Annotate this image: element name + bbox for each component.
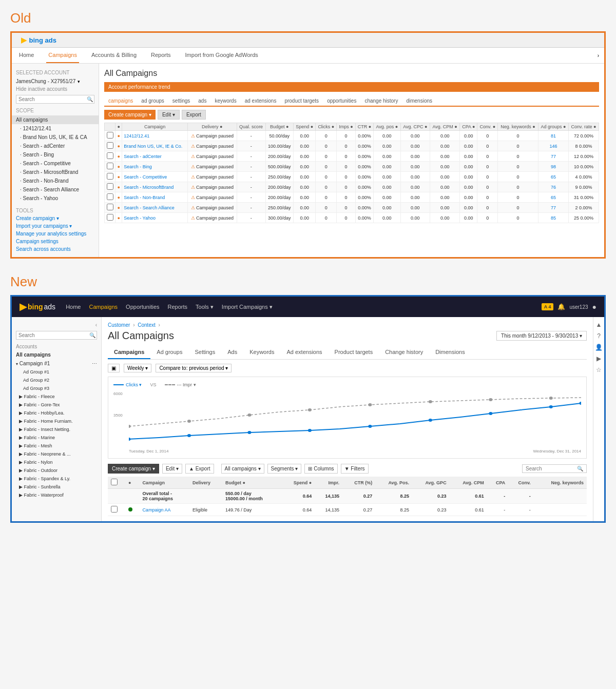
new-fabric-waterproof[interactable]: ▶ Fabric - Waterproof <box>12 491 101 499</box>
old-tab-adgroups[interactable]: ad groups <box>137 96 168 106</box>
legend-impr[interactable]: --- Impr ▾ <box>165 382 196 387</box>
new-search-icon[interactable]: 🔍 <box>88 331 97 339</box>
new-tab-keywords[interactable]: Keywords <box>243 346 280 359</box>
new-tab-settings[interactable]: Settings <box>188 346 221 359</box>
new-nav-reports[interactable]: Reports <box>168 302 188 312</box>
campaign-aa-link[interactable]: Campaign AA <box>142 507 170 513</box>
new-columns-btn[interactable]: ⊞ Columns <box>304 464 337 474</box>
old-tab-settings[interactable]: settings <box>168 96 194 106</box>
old-all-campaigns[interactable]: All campaigns <box>12 115 99 124</box>
row-checkbox[interactable] <box>107 183 113 190</box>
old-nav-billing[interactable]: Accounts & Billing <box>89 48 139 63</box>
old-nav-reports[interactable]: Reports <box>149 48 173 63</box>
old-tab-dimensions[interactable]: dimensions <box>402 96 436 106</box>
right-play-icon[interactable]: ▶ <box>596 355 601 362</box>
old-campaign-2[interactable]: · Brand Non US, UK, IE & CA <box>12 133 99 142</box>
right-users-icon[interactable]: 👤 <box>595 344 603 351</box>
new-fabric-insect[interactable]: ▶ Fabric - Insect Netting. <box>12 425 101 434</box>
old-campaign-9[interactable]: · Search - Yahoo <box>12 194 99 203</box>
old-campaign-5[interactable]: · Search - Competitive <box>12 159 99 168</box>
new-tab-extensions[interactable]: Ad extensions <box>280 346 328 359</box>
new-date-picker[interactable]: This month 9/12/2013 - 9/30/2013 ▾ <box>496 331 587 341</box>
new-fabric-marine[interactable]: ▶ Fabric - Marine <box>12 434 101 442</box>
chart-compare-select[interactable]: Compare to: previous period ▾ <box>156 364 232 372</box>
new-adgroup-3[interactable]: Ad Group #3 <box>12 384 101 392</box>
row-checkbox[interactable] <box>107 132 113 139</box>
new-fabric-outdoor[interactable]: ▶ Fabric - Outdoor <box>12 466 101 475</box>
new-nav-opportunities[interactable]: Opportunities <box>126 302 159 312</box>
new-all-campaigns-filter[interactable]: All campaigns ▾ <box>221 464 264 474</box>
new-adgroup-2[interactable]: Ad Group #2 <box>12 376 101 384</box>
old-perf-bar[interactable]: Account performance trend <box>104 82 599 92</box>
row-checkbox[interactable] <box>107 173 113 180</box>
old-tab-opps[interactable]: opportunities <box>323 96 360 106</box>
campaign-link[interactable]: Search - Non-Brand <box>124 195 165 200</box>
new-table-search-input[interactable] <box>526 466 577 471</box>
row-checkbox[interactable] <box>107 163 113 169</box>
campaign-link[interactable]: 12412/12.41 <box>124 133 149 139</box>
right-star-icon[interactable]: ☆ <box>596 366 602 373</box>
new-all-campaigns[interactable]: All campaigns <box>12 350 101 359</box>
old-tab-keywords[interactable]: keywords <box>210 96 240 106</box>
old-account-chevron[interactable]: ▾ <box>78 79 80 84</box>
campaign-link[interactable]: Search - Yahoo <box>124 215 156 221</box>
old-nav-campaigns[interactable]: Campaigns <box>46 48 79 63</box>
old-campaign-3[interactable]: · Search - adCenter <box>12 142 99 150</box>
row-checkbox[interactable] <box>107 142 113 149</box>
new-edit-btn[interactable]: Edit ▾ <box>162 464 182 474</box>
new-fabric-fleece[interactable]: ▶ Fabric - Fleece <box>12 392 101 401</box>
old-campaign-8[interactable]: · Search - Search Alliance <box>12 185 99 194</box>
old-analytics-link[interactable]: Manage your analytics settings <box>12 230 99 238</box>
old-campaign-1[interactable]: · 12412/12.41 <box>12 124 99 133</box>
old-create-btn[interactable]: Create campaign ▾ <box>104 110 156 120</box>
old-campaign-7[interactable]: · Search - Non-Brand <box>12 176 99 185</box>
old-search-accounts-link[interactable]: Search across accounts <box>12 245 99 253</box>
old-campaign-settings-link[interactable]: Campaign settings <box>12 238 99 245</box>
notifications-icon[interactable]: 🔔 <box>557 303 565 310</box>
old-create-campaign-link[interactable]: Create campaign ▾ <box>12 214 99 222</box>
campaign-link[interactable]: Search - MicrosoftBrand <box>124 185 174 190</box>
row-checkbox[interactable] <box>107 204 113 210</box>
right-expand-icon[interactable]: ▲ <box>596 321 602 328</box>
old-tab-history[interactable]: change history <box>360 96 402 106</box>
chart-grid-btn[interactable]: ▣ <box>108 364 120 372</box>
new-tab-ads[interactable]: Ads <box>221 346 243 359</box>
new-fabric-mesh[interactable]: ▶ Fabric - Mesh <box>12 442 101 450</box>
old-import-link[interactable]: Import your campaigns ▾ <box>12 222 99 230</box>
old-nav-import[interactable]: Import from Google AdWords <box>183 48 260 63</box>
new-fabric-gore[interactable]: ▶ Fabric - Gore-Tex <box>12 401 101 409</box>
new-fabric-home[interactable]: ▶ Fabric - Home Furniam. <box>12 417 101 425</box>
campaign-link[interactable]: Brand Non US, UK, IE & Co. <box>124 144 182 149</box>
campaign-link[interactable]: Search - Search Alliance <box>124 205 175 210</box>
new-fabric-spandex[interactable]: ▶ Fabric - Spandex & Ly. <box>12 475 101 483</box>
new-tab-dimensions[interactable]: Dimensions <box>429 346 471 359</box>
campaign-link[interactable]: Search - Competitive <box>124 174 167 180</box>
legend-clicks[interactable]: Clicks ▾ <box>113 382 142 387</box>
new-fabric-nylon[interactable]: ▶ Fabric - Nylon <box>12 458 101 466</box>
campaign-link[interactable]: Search - adCenter <box>124 154 162 159</box>
old-tab-product[interactable]: product targets <box>280 96 323 106</box>
campaign-group-arrow[interactable]: ▾ <box>16 362 18 366</box>
new-table-search-icon[interactable]: 🔍 <box>577 466 583 471</box>
new-nav-import[interactable]: Import Campaigns ▾ <box>222 302 273 312</box>
new-nav-home[interactable]: Home <box>66 302 81 312</box>
row-checkbox[interactable] <box>107 152 113 159</box>
old-edit-btn[interactable]: Edit ▾ <box>158 110 180 120</box>
alert-badge[interactable]: A 4 <box>542 303 554 310</box>
new-fabric-hobby[interactable]: ▶ Fabric - Hobby/Lea. <box>12 409 101 417</box>
old-search-icon[interactable]: 🔍 <box>86 95 94 103</box>
new-tab-campaigns[interactable]: Campaigns <box>108 346 150 359</box>
new-tab-history[interactable]: Change history <box>379 346 429 359</box>
new-nav-campaigns[interactable]: Campaigns <box>89 302 118 312</box>
row-checkbox[interactable] <box>107 214 113 221</box>
row-checkbox[interactable] <box>107 193 113 200</box>
campaign-link[interactable]: Search - Bing <box>124 164 152 169</box>
old-export-btn[interactable]: Export <box>182 110 206 120</box>
old-search-input[interactable] <box>16 95 86 103</box>
new-search-input[interactable] <box>16 331 88 339</box>
old-tab-campaigns[interactable]: campaigns <box>104 96 137 106</box>
row-checkbox[interactable] <box>111 506 118 513</box>
old-tab-extensions[interactable]: ad extensions <box>241 96 281 106</box>
new-tab-product[interactable]: Product targets <box>329 346 379 359</box>
new-fabric-neoprene[interactable]: ▶ Fabric - Neoprene & ... <box>12 450 101 458</box>
